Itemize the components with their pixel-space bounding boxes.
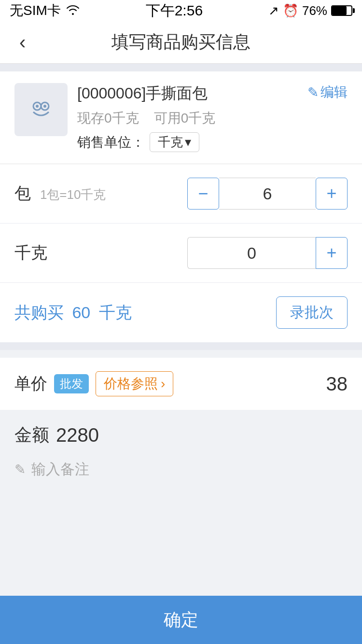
package-minus-button[interactable]: − <box>187 178 219 210</box>
product-image <box>14 83 68 136</box>
total-quantity: 60 <box>72 303 90 322</box>
package-label-group: 包 1包=10千克 <box>14 182 106 205</box>
price-value: 38 <box>326 373 348 395</box>
product-stock: 现存0千克 可用0千克 <box>77 109 348 127</box>
package-plus-button[interactable]: + <box>316 178 348 210</box>
kg-controls: + <box>187 237 348 269</box>
status-right: ↗ ⏰ 76% <box>268 3 352 18</box>
package-input[interactable] <box>219 178 316 210</box>
divider-mid <box>0 342 362 350</box>
amount-label: 金额 <box>14 423 49 447</box>
price-label: 单价 <box>14 373 47 395</box>
battery-icon <box>331 5 352 16</box>
wifi-icon <box>66 3 80 18</box>
back-button[interactable]: ‹ <box>14 27 30 58</box>
confirm-button[interactable]: 确定 <box>0 596 362 644</box>
product-unit: 销售单位： 千克 ▾ <box>77 132 348 152</box>
kg-section: 千克 + <box>0 224 362 283</box>
total-text: 共购买 60 千克 <box>14 302 132 324</box>
price-left: 单价 批发 价格参照 › <box>14 371 173 396</box>
status-bar: 无SIM卡 下午2:56 ↗ ⏰ 76% <box>0 0 362 21</box>
pencil-icon: ✎ <box>14 462 26 477</box>
status-time: 下午2:56 <box>146 1 203 21</box>
price-type-badge: 批发 <box>54 374 89 393</box>
product-info: [0000006]手撕面包 ✎ 编辑 现存0千克 可用0千克 销售单位： 千克 … <box>77 83 348 152</box>
edit-label: 编辑 <box>320 83 348 101</box>
product-card: [0000006]手撕面包 ✎ 编辑 现存0千克 可用0千克 销售单位： 千克 … <box>0 71 362 164</box>
package-section: 包 1包=10千克 − + <box>0 164 362 224</box>
edit-icon: ✎ <box>307 84 319 100</box>
nav-bar: ‹ 填写商品购买信息 <box>0 21 362 64</box>
package-label: 包 <box>14 184 31 202</box>
package-controls: − + <box>187 178 348 210</box>
price-section: 单价 批发 价格参照 › 38 <box>0 358 362 410</box>
price-ref-button[interactable]: 价格参照 › <box>96 371 173 396</box>
svg-point-2 <box>36 105 39 108</box>
kg-plus-button[interactable]: + <box>316 237 348 269</box>
package-hint: 1包=10千克 <box>40 187 106 202</box>
divider-top <box>0 64 362 71</box>
status-carrier: 无SIM卡 <box>10 1 80 20</box>
amount-section: 金额 2280 ✎ 输入备注 <box>0 410 362 492</box>
total-section: 共购买 60 千克 录批次 <box>0 283 362 342</box>
battery-text: 76% <box>302 3 327 18</box>
amount-value: 2280 <box>56 424 99 446</box>
product-name: [0000006]手撕面包 <box>77 83 208 104</box>
carrier-text: 无SIM卡 <box>10 1 61 20</box>
edit-button[interactable]: ✎ 编辑 <box>307 83 348 101</box>
remark-row[interactable]: ✎ 输入备注 <box>14 455 348 484</box>
chevron-right-icon: › <box>161 376 165 392</box>
unit-selector[interactable]: 千克 ▾ <box>150 132 199 152</box>
kg-input[interactable] <box>187 237 316 269</box>
alarm-icon: ⏰ <box>283 3 298 18</box>
kg-label: 千克 <box>14 242 47 264</box>
svg-point-3 <box>43 105 46 108</box>
batch-button[interactable]: 录批次 <box>276 296 348 329</box>
chevron-down-icon: ▾ <box>185 135 191 150</box>
location-icon: ↗ <box>268 3 279 18</box>
remark-placeholder: 输入备注 <box>31 460 89 479</box>
page-title: 填写商品购买信息 <box>111 30 251 54</box>
